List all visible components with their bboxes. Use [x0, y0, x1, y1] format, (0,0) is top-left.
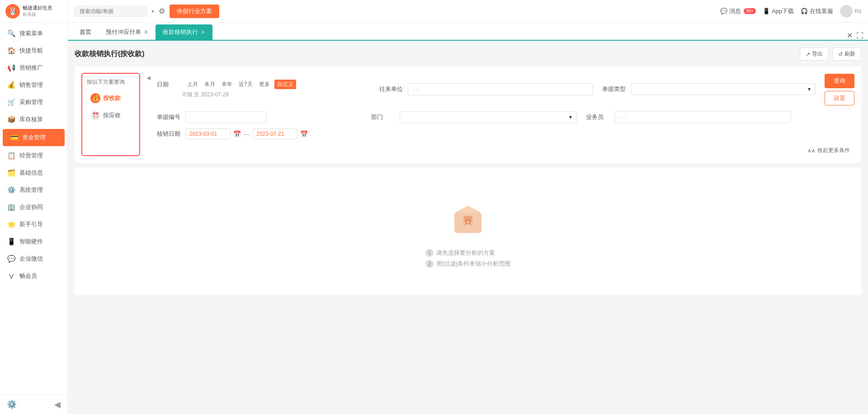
filter-scheme-sidebar: 按以下方案查询 💰 按收款 ⏰ 按应收: [81, 73, 140, 156]
tab-home[interactable]: 首页: [72, 24, 99, 40]
svg-marker-1: [454, 206, 481, 213]
doc-type-label: 单据类型: [602, 85, 627, 93]
setting-button[interactable]: 设置: [825, 91, 854, 105]
tab-prepay[interactable]: 预付冲应付单 ✕: [99, 24, 156, 40]
sidebar-item-guide[interactable]: 🌟 新手引导: [0, 216, 67, 233]
sidebar-item-sales[interactable]: 💰 销售管理: [0, 76, 67, 94]
collapse-more-btn[interactable]: ∧∧ 收起更多条件: [157, 145, 854, 156]
sidebar-item-label: 基础信息: [19, 169, 43, 177]
enterprise-icon: 🏢: [7, 203, 16, 211]
sidebar-item-purchase[interactable]: 🛒 采购管理: [0, 94, 67, 111]
tab-receipt-close-icon[interactable]: ✕: [201, 29, 205, 35]
topbar-gear-icon[interactable]: ⚙: [159, 7, 165, 15]
content-area: 收款核销执行(按收款) ↗ 导出 ↺ 刷新 按以下方案查询 💰 按收款: [68, 41, 868, 414]
svg-rect-0: [454, 213, 481, 233]
empty-tip-2: 2 用[过滤]条件来缩小分析范围: [425, 260, 510, 268]
sidebar-item-label: 资金管理: [22, 133, 46, 142]
online-service-item[interactable]: 🎧 在线客服: [801, 7, 833, 15]
search-icon: 🔍: [7, 29, 16, 38]
member-icon: V: [7, 272, 16, 280]
expand-tab-icon[interactable]: ⛶: [856, 32, 863, 40]
sidebar-item-inventory[interactable]: 📦 库存核算: [0, 111, 67, 128]
date-separator: —: [244, 131, 250, 138]
date-range-unlimit: 不限 至 2023-07-26: [182, 91, 229, 99]
sidebar-item-label: 搜索菜单: [19, 29, 43, 38]
sidebar-item-system[interactable]: ⚙️ 系统管理: [0, 181, 67, 199]
query-button[interactable]: 查询: [825, 74, 854, 88]
export-button[interactable]: ↗ 导出: [800, 48, 829, 61]
sidebar-logo: 🐰 畅捷通好生意 标准版: [0, 0, 67, 23]
calendar-start-icon[interactable]: 📅: [233, 130, 241, 138]
sidebar-item-quick[interactable]: 🏠 快捷导航: [0, 42, 67, 59]
filter-collapse-icon[interactable]: ◀: [145, 73, 152, 156]
calendar-end-icon[interactable]: 📅: [300, 130, 308, 138]
sidebar: 🐰 畅捷通好生意 标准版 🔍 搜索菜单 🏠 快捷导航 📢 营销推广 💰 销售管理…: [0, 0, 68, 414]
sidebar-item-label: 销售管理: [19, 81, 43, 89]
refresh-button[interactable]: ↺ 刷新: [832, 48, 861, 61]
doc-type-select[interactable]: ▾: [631, 83, 816, 95]
service-label: 在线客服: [810, 7, 833, 15]
tip-text-2: 用[过滤]条件来缩小分析范围: [436, 260, 510, 268]
app-download-item[interactable]: 📱 App下载: [763, 7, 794, 15]
user-avatar: [840, 5, 853, 18]
filter-option-by-receivable[interactable]: ⏰ 按应收: [87, 108, 135, 123]
settings-footer-icon[interactable]: ⚙️: [7, 400, 17, 409]
sidebar-footer: ⚙️ ◀: [0, 395, 67, 414]
doc-type-filter-group: 单据类型 ▾: [602, 83, 816, 95]
date-this-month[interactable]: 本月: [203, 80, 217, 89]
sidebar-item-smart[interactable]: 📱 智能硬件: [0, 233, 67, 250]
collapse-sidebar-icon[interactable]: ◀: [54, 400, 61, 409]
date-last-month[interactable]: 上月: [185, 80, 200, 89]
tab-home-label: 首页: [80, 28, 91, 36]
sidebar-item-management[interactable]: 📋 经营管理: [0, 147, 67, 164]
collapse-up-icon: ∧∧: [807, 148, 816, 154]
sidebar-item-finance[interactable]: 💳 资金管理: [3, 129, 65, 146]
tab-prepay-label: 预付冲应付单: [106, 28, 141, 36]
topbar-left: ▾ ⚙ 休假行业方案: [75, 5, 219, 18]
tab-receipt[interactable]: 收款核销执行 ✕: [156, 24, 212, 40]
wechat-icon: 💬: [7, 255, 16, 263]
empty-box-svg: [448, 197, 488, 238]
salesperson-select[interactable]: ···: [614, 111, 791, 123]
filter-panel: 按以下方案查询 💰 按收款 ⏰ 按应收 ◀ 日期: [75, 66, 861, 163]
logo-text: 畅捷通好生意: [23, 5, 52, 11]
guide-icon: 🌟: [7, 220, 16, 228]
user-item[interactable]: Rit: [840, 5, 861, 18]
sidebar-item-search[interactable]: 🔍 搜索菜单: [0, 25, 67, 42]
inventory-icon: 📦: [7, 115, 16, 124]
topbar-dropdown-arrow[interactable]: ▾: [151, 8, 154, 14]
filter-option-receivable-label: 按应收: [103, 111, 121, 119]
tab-prepay-close-icon[interactable]: ✕: [144, 29, 148, 35]
sidebar-item-basic[interactable]: 🗂️ 基础信息: [0, 164, 67, 181]
date-this-year[interactable]: 本年: [220, 80, 234, 89]
sidebar-item-label: 库存核算: [19, 115, 43, 124]
logo-sub: 标准版: [23, 11, 52, 18]
doc-no-input[interactable]: [185, 111, 267, 123]
close-tab-icon[interactable]: ✕: [847, 31, 853, 40]
date-7days[interactable]: 近7天: [237, 80, 255, 89]
topbar-search-input[interactable]: [75, 6, 147, 17]
department-label: 部门: [371, 113, 396, 121]
sidebar-item-enterprise[interactable]: 🏢 企业协同: [0, 199, 67, 216]
topbar: ▾ ⚙ 休假行业方案 💬 消息 99+ 📱 App下载 🎧 在线客服 Rit: [68, 0, 868, 23]
sidebar-item-label: 畅会员: [19, 272, 37, 280]
system-icon: ⚙️: [7, 186, 16, 194]
message-label: 消息: [729, 7, 741, 15]
counterparty-select[interactable]: ···: [408, 83, 593, 95]
message-item[interactable]: 💬 消息 99+: [720, 7, 756, 15]
date-more[interactable]: 更多: [257, 80, 272, 89]
verify-date-start-input[interactable]: [185, 128, 231, 139]
date-custom[interactable]: 自定义: [274, 80, 296, 89]
department-select[interactable]: ▾: [400, 111, 576, 123]
page-title: 收款核销执行(按收款): [75, 49, 145, 59]
salesperson-label: 业务员: [586, 113, 611, 121]
sidebar-item-wechat[interactable]: 💬 企业微信: [0, 250, 67, 267]
solution-button[interactable]: 休假行业方案: [170, 5, 219, 18]
sidebar-item-marketing[interactable]: 📢 营销推广: [0, 59, 67, 76]
sidebar-item-member[interactable]: V 畅会员: [0, 267, 67, 285]
filter-sidebar-title: 按以下方案查询: [87, 78, 135, 86]
doc-no-filter-group: 单据编号: [157, 111, 362, 123]
verify-date-end-input[interactable]: [252, 128, 297, 139]
counterparty-filter-group: 往来单位 ···: [379, 83, 593, 95]
filter-option-by-receipt[interactable]: 💰 按收款: [87, 90, 135, 106]
